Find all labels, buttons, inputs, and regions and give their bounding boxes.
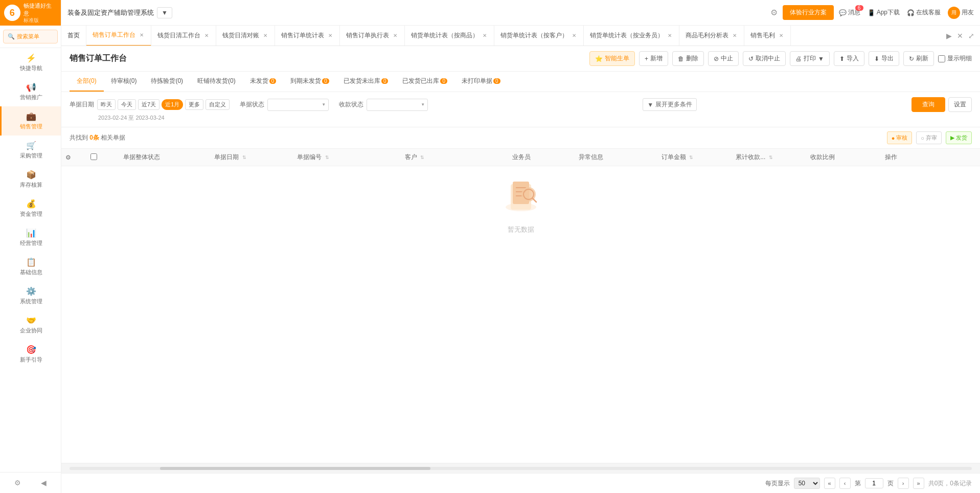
export-button[interactable]: ⬇ 导出	[869, 51, 899, 66]
tab-sales-exec[interactable]: 销售订单执行表 ✕	[340, 26, 405, 46]
delete-button[interactable]: 🗑 删除	[672, 51, 704, 66]
tab-close-sales-stat[interactable]: ✕	[327, 32, 333, 39]
tab-close-sales-workbench[interactable]: ✕	[139, 32, 145, 38]
tab-cash-reconcile[interactable]: 钱货日清对账 ✕	[216, 26, 275, 46]
settings-icon[interactable]: ⚙	[65, 154, 71, 161]
col-amount-header[interactable]: 订单金额 ⇅	[657, 149, 732, 166]
sidebar-item-finance[interactable]: 💰 资金管理	[0, 194, 61, 223]
tab-sales-stat-customer[interactable]: 销货单统计表（按客户） ✕	[494, 26, 584, 46]
search-menu-button[interactable]: 🔍 搜索菜单	[3, 30, 58, 43]
sidebar-item-operations[interactable]: 📊 经营管理	[0, 223, 61, 252]
filter-settings-button[interactable]: 设置	[948, 97, 972, 112]
scrollbar-thumb[interactable]	[160, 467, 431, 470]
tab-scroll-right-button[interactable]: ▶	[945, 30, 953, 41]
per-page-select[interactable]: 10 20 50 100	[794, 478, 820, 489]
tab-close-sales-stat-product[interactable]: ✕	[482, 32, 488, 39]
date-custom-btn[interactable]: 自定义	[206, 99, 230, 110]
sidebar-item-purchase[interactable]: 🛒 采购管理	[0, 136, 61, 165]
add-button[interactable]: + 新增	[639, 51, 668, 66]
col-date-header[interactable]: 单据日期 ⇅	[210, 149, 293, 166]
sidebar-item-system[interactable]: ⚙️ 系统管理	[0, 281, 61, 310]
sub-tab-pending-inspect[interactable]: 待拣验货(0)	[144, 72, 190, 92]
col-no-header[interactable]: 单据编号 ⇅	[293, 149, 400, 166]
sub-tab-not-shipped[interactable]: 未发货0	[243, 72, 284, 92]
settings-button[interactable]: ⚙	[12, 477, 23, 489]
page-input[interactable]	[865, 478, 883, 488]
tab-sales-stat[interactable]: 销售订单统计表 ✕	[275, 26, 340, 46]
online-service-button[interactable]: 🎧 在线客服	[907, 8, 941, 17]
scrollbar-track	[70, 467, 972, 470]
show-detail-checkbox[interactable]	[938, 55, 945, 62]
tab-close-all-button[interactable]: ✕	[955, 30, 965, 41]
tab-gross-profit[interactable]: 商品毛利分析表 ✕	[679, 26, 744, 46]
col-salesman-header[interactable]: 业务员	[508, 149, 575, 166]
tab-sales-workbench[interactable]: 销售订单工作台 ✕	[86, 26, 151, 46]
solution-button[interactable]: 体验行业方案	[783, 5, 834, 20]
svg-line-8	[533, 198, 536, 202]
tab-close-cash-daily[interactable]: ✕	[203, 32, 210, 39]
tab-close-sales-revenue[interactable]: ✕	[778, 32, 784, 39]
tab-cash-daily[interactable]: 钱货日清工作台 ✕	[151, 26, 216, 46]
last-page-button[interactable]: »	[913, 478, 924, 489]
deliver-button[interactable]: ▶ 发货	[946, 131, 972, 144]
col-abnormal-header[interactable]: 异常信息	[575, 149, 657, 166]
sub-tab-shipped-out[interactable]: 已发货已出库0	[395, 72, 454, 92]
payment-filter-select[interactable]	[367, 99, 428, 111]
unapprove-button[interactable]: ○ 弃审	[916, 131, 942, 144]
sidebar-item-sales[interactable]: 💼 销售管理	[0, 106, 61, 136]
expand-filter-button[interactable]: ▼ 展开更多条件	[643, 98, 697, 111]
tab-close-sales-stat-customer[interactable]: ✕	[571, 32, 577, 39]
sidebar-item-basic-info[interactable]: 📋 基础信息	[0, 252, 61, 281]
date-7days-btn[interactable]: 近7天	[138, 99, 159, 110]
sub-tab-overdue-not-shipped[interactable]: 到期未发货0	[283, 72, 336, 92]
tab-close-sales-stat-salesman[interactable]: ✕	[667, 32, 673, 39]
sidebar-item-guide[interactable]: 🎯 新手引导	[0, 340, 61, 369]
col-received-header[interactable]: 累计收款... ⇅	[732, 149, 806, 166]
col-ratio-header[interactable]: 收款比例	[806, 149, 881, 166]
sidebar-item-enterprise[interactable]: 🤝 企业协同	[0, 310, 61, 340]
prev-page-button[interactable]: ‹	[839, 478, 851, 489]
messages-button[interactable]: 💬 消息 6	[839, 8, 860, 17]
sub-tab-not-printed[interactable]: 未打印单据0	[454, 72, 508, 92]
date-1month-btn[interactable]: 近1月	[162, 99, 183, 110]
tab-sales-revenue[interactable]: 销售毛利 ✕	[744, 26, 791, 46]
sidebar-item-inventory[interactable]: 📦 库存核算	[0, 165, 61, 194]
app-download-button[interactable]: 📱 App下载	[868, 8, 900, 17]
sub-tab-pending-review[interactable]: 待审核(0)	[104, 72, 144, 92]
sub-tab-all[interactable]: 全部(0)	[70, 72, 104, 92]
sidebar-item-quick-nav[interactable]: ⚡ 快捷导航	[0, 48, 61, 77]
tab-close-cash-reconcile[interactable]: ✕	[262, 32, 268, 39]
collapse-button[interactable]: ◀	[39, 477, 49, 489]
filter-bar: 单据日期 昨天 今天 近7天 近1月 更多 自定义 单据状态	[61, 92, 980, 127]
sidebar-item-marketing[interactable]: 📢 营销推广	[0, 77, 61, 106]
deliver-icon: ▶	[950, 135, 954, 141]
date-yesterday-btn[interactable]: 昨天	[97, 99, 116, 110]
next-page-button[interactable]: ›	[898, 478, 909, 489]
refresh-button[interactable]: ↻ 刷新	[903, 51, 934, 66]
tab-fullscreen-button[interactable]: ⤢	[967, 30, 976, 41]
cancel-stop-button[interactable]: ↺ 取消中止	[743, 51, 786, 66]
select-all-checkbox[interactable]	[90, 153, 97, 160]
tab-home[interactable]: 首页	[61, 26, 86, 46]
col-status-header[interactable]: 单据整体状态	[119, 149, 210, 166]
smart-create-button[interactable]: ⭐ 智能生单	[589, 51, 635, 66]
print-button[interactable]: 🖨 打印 ▼	[790, 51, 830, 66]
col-customer-header[interactable]: 客户 ⇅	[401, 149, 508, 166]
first-page-button[interactable]: «	[824, 478, 835, 489]
topbar-settings-button[interactable]: ⚙	[770, 8, 778, 17]
sub-tab-wangpu-pending[interactable]: 旺铺待发货(0)	[190, 72, 243, 92]
date-more-btn[interactable]: 更多	[185, 99, 203, 110]
import-button[interactable]: ⬆ 导入	[834, 51, 864, 66]
sub-tab-shipped-not-out[interactable]: 已发货未出库0	[336, 72, 396, 92]
status-filter-select[interactable]	[267, 99, 329, 111]
system-dropdown[interactable]: ▼	[157, 7, 172, 18]
tab-sales-stat-product[interactable]: 销货单统计表（按商品） ✕	[405, 26, 494, 46]
date-today-btn[interactable]: 今天	[118, 99, 136, 110]
user-menu-button[interactable]: 用 用友	[948, 7, 974, 19]
tab-close-sales-exec[interactable]: ✕	[392, 32, 398, 39]
approve-button[interactable]: ● 审核	[887, 131, 913, 144]
tab-sales-stat-salesman[interactable]: 销货单统计表（按业务员） ✕	[584, 26, 679, 46]
tab-close-gross-profit[interactable]: ✕	[732, 32, 738, 39]
stop-button[interactable]: ⊘ 中止	[708, 51, 739, 66]
query-button[interactable]: 查询	[911, 97, 945, 112]
